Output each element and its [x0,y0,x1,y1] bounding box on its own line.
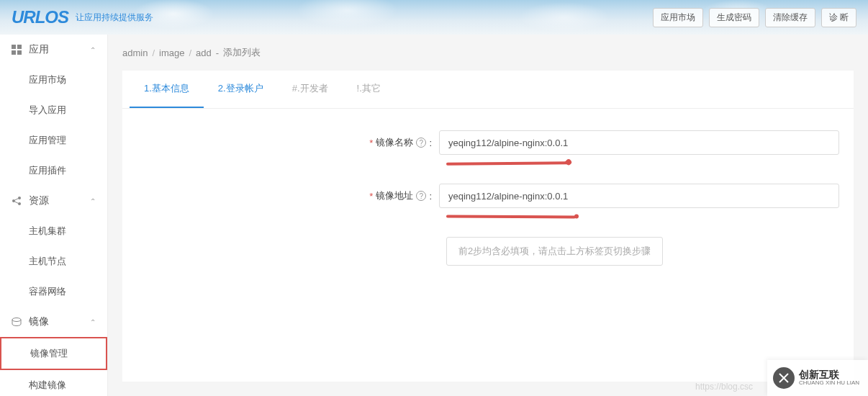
watermark-logo-icon [773,367,795,389]
menu-group-images[interactable]: 镜像 ⌃ [0,307,107,337]
sidebar-item-host-cluster[interactable]: 主机集群 [0,216,107,246]
breadcrumb-part[interactable]: image [159,48,184,58]
watermark-logo: 创新互联 CHUANG XIN HU LIAN [767,360,868,396]
logo[interactable]: URLOS [12,7,68,27]
watermark-en: CHUANG XIN HU LIAN [799,380,859,387]
tagline: 让应用持续提供服务 [76,12,153,24]
app-market-button[interactable]: 应用市场 [653,8,703,27]
breadcrumb: admin / image / add - 添加列表 [108,35,868,71]
required-mark: * [369,138,373,148]
colon: : [429,191,432,202]
tab-other[interactable]: !.其它 [343,71,395,108]
form-row-image-url: * 镜像地址 ? : [137,184,839,208]
grid-icon [12,45,23,55]
tab-developer[interactable]: #.开发者 [278,71,343,108]
sidebar-item-build-image[interactable]: 构建镜像 [0,370,107,396]
svg-point-5 [18,197,21,199]
chevron-up-icon: ⌃ [90,46,96,54]
tab-login-account[interactable]: 2.登录帐户 [204,71,278,108]
hint-button[interactable]: 前2步均含必填项，请点击上方标签页切换步骤 [446,237,663,266]
breadcrumb-suffix: 添加列表 [223,46,261,59]
image-url-input[interactable] [439,184,839,208]
sidebar-item-import-app[interactable]: 导入应用 [0,95,107,125]
sidebar: 应用 ⌃ 应用市场 导入应用 应用管理 应用插件 资源 ⌃ 主机集群 主机节点 … [0,35,108,396]
sidebar-item-container-network[interactable]: 容器网络 [0,276,107,307]
menu-group-label: 镜像 [29,315,49,328]
separator: / [152,48,155,58]
menu-group-label: 应用 [29,43,49,56]
form-row-image-name: * 镜像名称 ? : [137,130,839,155]
sidebar-item-app-manage[interactable]: 应用管理 [0,125,107,156]
svg-point-6 [18,202,21,205]
svg-rect-1 [17,45,22,49]
share-icon [12,196,23,206]
svg-rect-2 [12,50,16,55]
content-panel: 1.基本信息 2.登录帐户 #.开发者 !.其它 * 镜像名称 ? : [122,71,854,382]
header: URLOS 让应用持续提供服务 应用市场 生成密码 清除缓存 诊 断 [0,0,868,35]
tab-basic-info[interactable]: 1.基本信息 [130,71,204,108]
chevron-up-icon: ⌃ [90,197,96,205]
svg-rect-0 [12,45,16,49]
form-label: * 镜像名称 ? : [137,136,439,149]
sidebar-item-host-node[interactable]: 主机节点 [0,246,107,276]
form: * 镜像名称 ? : * 镜像地址 ? : [122,109,854,287]
main: admin / image / add - 添加列表 1.基本信息 2.登录帐户… [108,35,868,396]
watermark-cn: 创新互联 [799,369,859,380]
diagnose-button[interactable]: 诊 断 [821,8,856,27]
svg-line-8 [15,202,19,204]
header-actions: 应用市场 生成密码 清除缓存 诊 断 [653,8,856,27]
breadcrumb-part[interactable]: add [196,48,212,58]
label-text: 镜像地址 [376,189,413,202]
annotation-underline [446,215,576,219]
image-name-input[interactable] [439,130,839,155]
help-icon[interactable]: ? [416,138,426,148]
tabs: 1.基本信息 2.登录帐户 #.开发者 !.其它 [122,71,854,109]
svg-rect-3 [17,50,22,55]
sidebar-item-image-manage[interactable]: 镜像管理 [0,337,107,370]
clear-cache-button[interactable]: 清除缓存 [765,8,815,27]
svg-line-7 [15,199,19,201]
chevron-up-icon: ⌃ [90,318,96,326]
separator: / [189,48,191,58]
required-mark: * [369,191,373,202]
sidebar-item-app-market[interactable]: 应用市场 [0,65,107,95]
menu-group-label: 资源 [29,194,49,207]
sidebar-item-app-plugin[interactable]: 应用插件 [0,156,107,186]
form-label: * 镜像地址 ? : [137,189,439,202]
breadcrumb-part[interactable]: admin [122,48,148,58]
disk-icon [12,317,23,327]
annotation-underline [446,161,569,165]
colon: : [429,138,432,148]
generate-password-button[interactable]: 生成密码 [709,8,759,27]
label-text: 镜像名称 [376,136,413,149]
svg-point-9 [12,318,21,322]
help-icon[interactable]: ? [416,191,426,201]
watermark-url: https://blog.csc [695,382,753,392]
menu-group-apps[interactable]: 应用 ⌃ [0,35,107,65]
menu-group-resources[interactable]: 资源 ⌃ [0,186,107,216]
separator: - [216,48,219,58]
